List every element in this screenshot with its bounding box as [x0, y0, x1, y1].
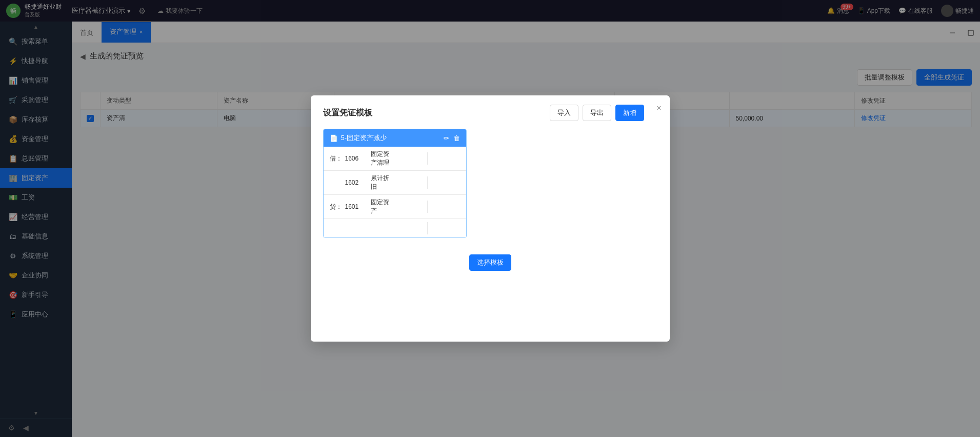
- entry-code-1: 1602: [345, 179, 371, 186]
- import-button[interactable]: 导入: [550, 105, 578, 121]
- new-button[interactable]: 新增: [615, 105, 644, 121]
- set-template-dialog: 设置凭证模板 导入 导出 新增 × 📄 5-固定资产减少 ✏ 🗑: [311, 95, 670, 342]
- entry-code-2: 1601: [345, 203, 371, 210]
- entry-direction-0: 借：: [330, 154, 345, 163]
- entry-credit-2: [428, 201, 460, 213]
- entry-debit-1: [395, 176, 428, 189]
- template-entry-row-empty: [324, 219, 466, 237]
- template-delete-icon[interactable]: 🗑: [453, 134, 460, 142]
- entry-credit-1: [428, 176, 460, 189]
- entry-code-0: 1606: [345, 155, 371, 162]
- export-button[interactable]: 导出: [583, 105, 611, 121]
- entry-name-1: 累计折旧: [371, 174, 395, 191]
- entry-name-0: 固定资产清理: [371, 150, 395, 167]
- entry-debit-empty: [395, 222, 428, 234]
- dialog-overlay: 设置凭证模板 导入 导出 新增 × 📄 5-固定资产减少 ✏ 🗑: [0, 0, 980, 437]
- entry-credit-0: [428, 152, 460, 165]
- entry-name-2: 固定资产: [371, 198, 395, 215]
- dialog-close-button[interactable]: ×: [656, 104, 661, 113]
- template-entry-row-1: 1602 累计折旧: [324, 171, 466, 195]
- entry-debit-0: [395, 152, 428, 165]
- template-card-header: 📄 5-固定资产减少 ✏ 🗑: [324, 129, 466, 147]
- entry-credit-empty: [428, 222, 460, 234]
- entry-debit-2: [395, 201, 428, 213]
- template-card: 📄 5-固定资产减少 ✏ 🗑 借： 1606 固定资产清理: [323, 129, 467, 238]
- template-entry-row-2: 贷： 1601 固定资产: [324, 195, 466, 219]
- dialog-toolbar: 导入 导出 新增: [550, 105, 644, 121]
- select-template-wrap: 选择模板: [323, 246, 657, 271]
- template-card-header-title: 📄 5-固定资产减少: [330, 133, 387, 143]
- template-card-actions: ✏ 🗑: [444, 134, 460, 142]
- template-entry-row-0: 借： 1606 固定资产清理: [324, 147, 466, 171]
- template-card-body: 借： 1606 固定资产清理 1602 累计折旧 贷：: [324, 147, 466, 237]
- template-name: 5-固定资产减少: [341, 133, 387, 143]
- template-doc-icon: 📄: [330, 134, 338, 142]
- select-template-button[interactable]: 选择模板: [469, 254, 511, 271]
- template-container: 📄 5-固定资产减少 ✏ 🗑 借： 1606 固定资产清理: [323, 129, 657, 238]
- template-edit-icon[interactable]: ✏: [444, 134, 449, 142]
- entry-direction-2: 贷：: [330, 203, 345, 211]
